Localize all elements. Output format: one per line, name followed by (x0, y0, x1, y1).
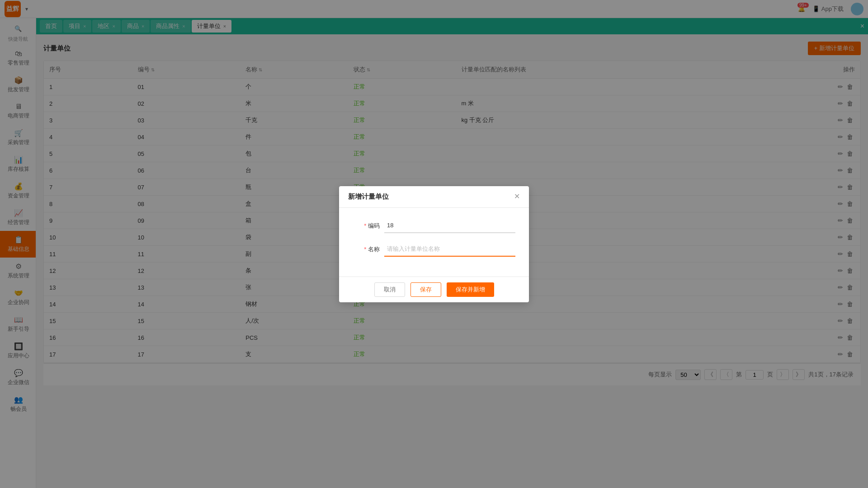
code-input[interactable] (384, 219, 515, 233)
cancel-button[interactable]: 取消 (374, 282, 405, 297)
name-input[interactable] (384, 242, 515, 257)
modal-overlay[interactable]: 新增计量单位 ✕ 编码 名称 取消 保存 保存并新增 (0, 0, 868, 488)
form-row-name: 名称 (353, 242, 515, 257)
name-field-label: 名称 (353, 245, 380, 253)
save-button[interactable]: 保存 (410, 282, 441, 297)
modal-header: 新增计量单位 ✕ (339, 186, 529, 208)
form-row-code: 编码 (353, 219, 515, 233)
modal-close-btn[interactable]: ✕ (514, 193, 520, 200)
code-field-label: 编码 (353, 222, 380, 230)
modal-title: 新增计量单位 (348, 192, 389, 201)
modal-body: 编码 名称 (339, 208, 529, 277)
add-unit-modal: 新增计量单位 ✕ 编码 名称 取消 保存 保存并新增 (339, 186, 529, 302)
modal-footer: 取消 保存 保存并新增 (339, 277, 529, 302)
save-and-new-button[interactable]: 保存并新增 (447, 282, 494, 297)
